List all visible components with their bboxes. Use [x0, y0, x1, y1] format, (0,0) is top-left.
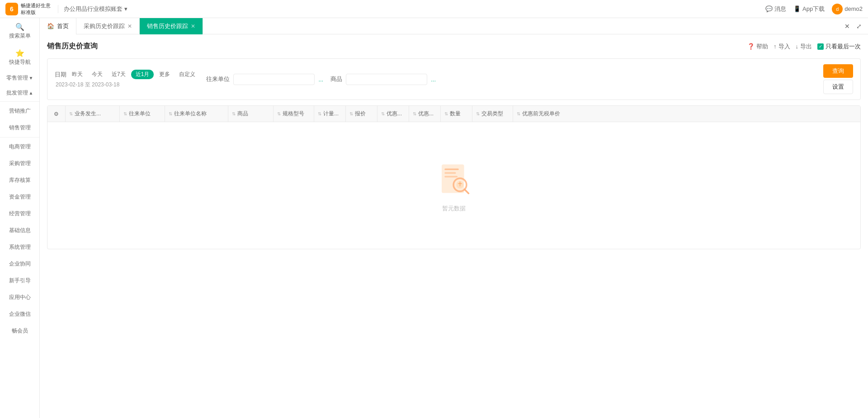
sort-icon: ⇅	[413, 111, 416, 116]
sidebar-item-enterprise-collab[interactable]: 企业协同	[0, 256, 39, 272]
query-button[interactable]: 查询	[823, 64, 853, 78]
sidebar-item-member[interactable]: 畅会员	[0, 323, 39, 339]
user-menu[interactable]: d demo2	[832, 4, 863, 14]
export-icon: ↓	[796, 43, 799, 50]
sidebar-item-new-guide[interactable]: 新手引导	[0, 272, 39, 289]
sidebar-item-quick-nav[interactable]: ⭐ 快捷导航	[0, 44, 39, 71]
app-selector[interactable]: 办公用品行业模拟账套 ▾	[58, 5, 127, 13]
app-download-btn[interactable]: 📱 App下载	[793, 5, 825, 13]
page-container: 销售历史价查询 ❓ 帮助 ↑ 导入 ↓ 导出	[40, 34, 868, 418]
tab-sales-history[interactable]: 销售历史价跟踪 ✕	[140, 18, 203, 34]
product-ellipsis-btn[interactable]: ...	[431, 76, 436, 83]
product-input[interactable]	[346, 74, 427, 85]
chevron-down-icon: ▾	[124, 5, 127, 12]
settings-button[interactable]: 设置	[823, 80, 853, 94]
sort-icon: ⇅	[517, 111, 520, 116]
sidebar-item-ecommerce[interactable]: 电商管理	[0, 138, 39, 155]
only-last-checkbox-label[interactable]: ✓ 只看最后一次	[817, 43, 861, 51]
sidebar-item-retail[interactable]: 零售管理 ▼	[0, 71, 39, 86]
sidebar-item-search-menu[interactable]: 🔍 搜索菜单	[0, 18, 39, 44]
th-discount1[interactable]: ⇅ 优惠...	[377, 106, 409, 122]
home-icon: 🏠	[47, 23, 54, 29]
th-settings[interactable]: ⚙	[47, 106, 66, 122]
sidebar-item-marketing[interactable]: 营销推广	[0, 103, 39, 119]
date-buttons: 昨天 今天 近7天 近1月 更多 自定义	[68, 70, 199, 79]
date-filter: 日期 昨天 今天 近7天 近1月 更多 自定义 2023-02-18 至 202…	[55, 70, 199, 89]
sidebar-item-label: 零售管理	[6, 74, 28, 82]
export-btn[interactable]: ↓ 导出	[796, 43, 812, 51]
date-btn-7days[interactable]: 近7天	[108, 70, 129, 79]
form-actions: 查询 设置	[823, 64, 853, 94]
th-product[interactable]: ⇅ 商品	[228, 106, 274, 122]
sidebar-item-label: 库存核算	[9, 176, 31, 184]
svg-line-6	[464, 189, 468, 193]
svg-rect-1	[444, 169, 459, 171]
logo-icon: 6	[5, 3, 18, 15]
sidebar-item-wholesale[interactable]: 批发管理 ▲	[0, 86, 39, 100]
only-last-checkbox[interactable]: ✓	[817, 43, 824, 50]
sidebar-item-label: 应用中心	[9, 294, 31, 301]
partner-filter: 往来单位 ...	[206, 74, 323, 85]
sidebar-item-enterprise-wechat[interactable]: 企业微信	[0, 306, 39, 323]
sidebar-item-finance[interactable]: 资金管理	[0, 189, 39, 205]
th-partner-code[interactable]: ⇅ 往来单位	[120, 106, 165, 122]
sidebar-item-label: 新手引导	[9, 277, 31, 285]
search-form: 日期 昨天 今天 近7天 近1月 更多 自定义 2023-02-18 至 202…	[47, 58, 861, 100]
star-icon: ⭐	[15, 49, 24, 57]
empty-text: 暂元数据	[442, 204, 466, 213]
sidebar-item-label: 资金管理	[9, 193, 31, 201]
sidebar-item-label: 企业微信	[9, 310, 31, 318]
sidebar-item-purchase[interactable]: 采购管理	[0, 155, 39, 172]
svg-rect-2	[444, 172, 456, 174]
help-btn[interactable]: ❓ 帮助	[747, 43, 768, 51]
sidebar-item-label: 营销推广	[9, 107, 31, 115]
sort-icon: ⇅	[277, 111, 281, 116]
tab-close-sales[interactable]: ✕	[191, 23, 195, 29]
sidebar-item-label: 快捷导航	[9, 58, 31, 66]
sidebar-item-inventory[interactable]: 库存核算	[0, 172, 39, 189]
th-pre-tax-price[interactable]: ⇅ 优惠前无税单价	[513, 106, 860, 122]
tab-close-purchase[interactable]: ✕	[127, 23, 132, 29]
close-tab-btn[interactable]: ✕	[842, 21, 853, 32]
sort-icon: ⇅	[476, 111, 480, 116]
partner-input[interactable]	[233, 74, 315, 85]
table-header: ⚙ ⇅ 业务发生... ⇅ 往来单位 ⇅ 往来单位名称	[47, 106, 860, 122]
date-btn-yesterday[interactable]: 昨天	[68, 70, 86, 79]
th-spec[interactable]: ⇅ 规格型号	[274, 106, 314, 122]
th-discount2[interactable]: ⇅ 优惠...	[409, 106, 441, 122]
date-btn-1month[interactable]: 近1月	[131, 70, 154, 79]
sidebar: 🔍 搜索菜单 ⭐ 快捷导航 零售管理 ▼ 批发管理 ▲ 营销推广 销售管理 电商…	[0, 18, 40, 418]
sidebar-item-ops[interactable]: 经营管理	[0, 205, 39, 222]
th-biz-date[interactable]: ⇅ 业务发生...	[66, 106, 120, 122]
top-bar: 6 畅捷通好生意 标准版 办公用品行业模拟账套 ▾ 💬 消息 📱 App下载 d…	[0, 0, 868, 18]
tab-home[interactable]: 🏠 首页	[40, 18, 76, 34]
import-icon: ↑	[774, 43, 777, 50]
sidebar-item-system[interactable]: 系统管理	[0, 239, 39, 256]
sidebar-item-sales-mgmt[interactable]: 销售管理	[0, 119, 39, 136]
page-title: 销售历史价查询	[47, 42, 98, 51]
partner-ellipsis-btn[interactable]: ...	[318, 76, 323, 83]
th-trade-type[interactable]: ⇅ 交易类型	[472, 106, 513, 122]
import-btn[interactable]: ↑ 导入	[774, 43, 790, 51]
sidebar-item-label: 批发管理	[6, 89, 28, 97]
sidebar-item-app-center[interactable]: 应用中心	[0, 289, 39, 306]
sort-icon: ⇅	[444, 111, 448, 116]
tab-bar: 🏠 首页 采购历史价跟踪 ✕ 销售历史价跟踪 ✕ ✕ ⤢	[40, 18, 868, 34]
page-actions: ❓ 帮助 ↑ 导入 ↓ 导出 ✓ 只看最后一次	[747, 43, 861, 51]
chevron-down-icon: ▼	[29, 76, 33, 81]
sidebar-item-label: 采购管理	[9, 160, 31, 167]
partner-label: 往来单位	[206, 75, 230, 83]
date-btn-custom[interactable]: 自定义	[175, 70, 199, 79]
maximize-btn[interactable]: ⤢	[854, 21, 864, 32]
th-qty[interactable]: ⇅ 数量	[441, 106, 472, 122]
date-btn-more[interactable]: 更多	[156, 70, 174, 79]
th-partner-name[interactable]: ⇅ 往来单位名称	[165, 106, 228, 122]
date-btn-today[interactable]: 今天	[88, 70, 106, 79]
tab-purchase-history[interactable]: 采购历史价跟踪 ✕	[76, 18, 140, 34]
th-unit[interactable]: ⇅ 计量...	[314, 106, 346, 122]
date-label: 日期	[55, 71, 66, 79]
th-quote[interactable]: ⇅ 报价	[346, 106, 377, 122]
message-btn[interactable]: 💬 消息	[765, 5, 786, 13]
sidebar-item-basic-info[interactable]: 基础信息	[0, 222, 39, 239]
svg-rect-3	[444, 176, 458, 178]
